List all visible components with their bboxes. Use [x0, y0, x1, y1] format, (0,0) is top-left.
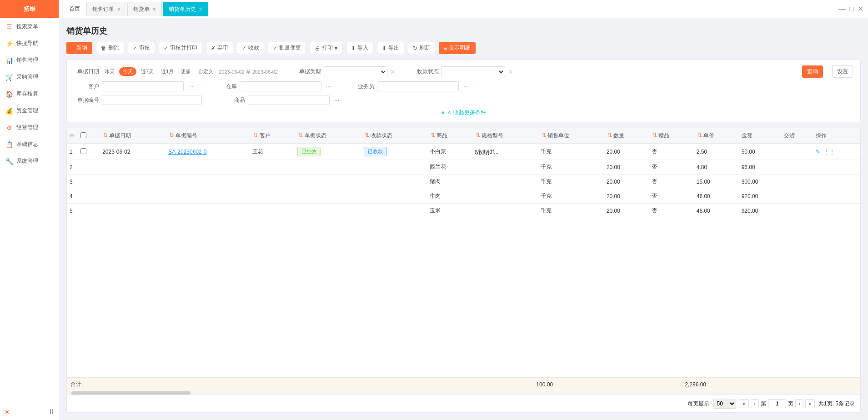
audit-print-button[interactable]: ✓ 审核并打印 [159, 42, 202, 54]
row3-amount: 300.00 [739, 175, 782, 189]
tab-sales-order[interactable]: 销售订单 ✕ [86, 2, 126, 16]
tab-sales-history[interactable]: 销货单历史 ✕ [163, 2, 208, 16]
refresh-button[interactable]: ↻ 刷新 [408, 42, 435, 54]
audit-button[interactable]: ✓ 审核 [128, 42, 155, 54]
row1-unit: 千克 [538, 144, 604, 160]
data-table-wrapper: ⚙ ⇅ 单据日期 ⇅ 单据编号 ⇅ 客户 ⇅ 单据状态 ⇅ 收款状态 ⇅ 商品 … [66, 128, 861, 413]
col-settings[interactable]: ⚙ [67, 128, 78, 144]
first-page-button[interactable]: « [740, 399, 749, 408]
delete-button[interactable]: 🗑 删除 [96, 42, 124, 54]
close-sales-order-tab[interactable]: ✕ [117, 7, 120, 12]
row2-qty: 20.00 [604, 160, 649, 175]
prev-page-button[interactable]: ‹ [751, 399, 759, 408]
customer-ellipsis[interactable]: ··· [188, 83, 194, 90]
col-unit-price[interactable]: ⇅ 单价 [694, 128, 739, 144]
main-area: 首页 销售订单 ✕ 销货单 ✕ 销货单历史 ✕ — □ ✕ 销货单历史 + 新增 [59, 0, 868, 420]
row1-qty: 20.00 [604, 144, 649, 160]
next-page-button[interactable]: › [795, 399, 803, 408]
payment-status-clear-icon[interactable]: ✕ [508, 68, 513, 75]
col-spec[interactable]: ⇅ 规格型号 [472, 128, 538, 144]
payment-status-label: 收款状态 [414, 68, 439, 75]
warehouse-input[interactable] [240, 81, 321, 91]
sidebar-item-sales-mgmt[interactable]: 📊 销售管理 [0, 52, 59, 69]
row1-edit-icon[interactable]: ✎ [816, 149, 820, 155]
sidebar-item-ops-mgmt[interactable]: ⚙ 经营管理 [0, 119, 59, 136]
sidebar-item-purchase-mgmt[interactable]: 🛒 采购管理 [0, 69, 59, 85]
sidebar-item-basic-info[interactable]: 📋 基础信息 [0, 136, 59, 153]
salesperson-ellipsis[interactable]: ··· [463, 83, 469, 90]
tab-home[interactable]: 首页 [64, 2, 85, 16]
collect-button[interactable]: ✓ 收款 [237, 42, 264, 54]
add-button[interactable]: + 新增 [66, 42, 92, 54]
warehouse-ellipsis[interactable]: ··· [326, 83, 331, 90]
sidebar-item-label: 快捷导航 [16, 40, 38, 47]
minimize-icon[interactable]: — [838, 5, 846, 13]
row1-more-icon[interactable]: ⋮⋮ [824, 149, 835, 155]
page-number-input[interactable] [768, 399, 786, 408]
customer-input[interactable] [102, 81, 184, 91]
goods-label: 商品 [220, 96, 245, 104]
row1-checkbox[interactable] [78, 144, 100, 160]
abandon-button[interactable]: ✗ 弃审 [206, 42, 233, 54]
page-word: 第 [761, 400, 766, 408]
last-page-button[interactable]: » [805, 399, 815, 408]
col-doc-date[interactable]: ⇅ 单据日期 [100, 128, 166, 144]
date-btn-more[interactable]: 更多 [178, 67, 194, 76]
goods-input[interactable] [248, 95, 330, 105]
show-detail-button[interactable]: ≡ 显示明细 [439, 42, 476, 54]
batch-change-icon: ✓ [273, 45, 277, 51]
sidebar-bottom-icon1[interactable]: ☀ [4, 408, 10, 416]
tab-sales-goods[interactable]: 销货单 ✕ [127, 2, 162, 16]
maximize-icon[interactable]: □ [849, 5, 854, 13]
sidebar-item-label: 经营管理 [16, 124, 38, 131]
col-gift[interactable]: ⇅ 赠品 [649, 128, 694, 144]
goods-ellipsis[interactable]: ··· [334, 96, 340, 104]
date-btn-today[interactable]: 今天 [119, 67, 136, 76]
date-btn-custom[interactable]: 自定义 [196, 67, 216, 76]
salesperson-input[interactable] [377, 81, 459, 91]
date-btn-7days[interactable]: 近7天 [138, 67, 156, 76]
sidebar-item-search-menu[interactable]: ☰ 搜索菜单 [0, 18, 59, 35]
col-unit[interactable]: ⇅ 销售单位 [538, 128, 604, 144]
scrollbar-thumb[interactable] [71, 391, 191, 395]
print-button[interactable]: 🖨 打印 ▾ [310, 42, 342, 54]
export-button[interactable]: ⬇ 导出 [377, 42, 404, 54]
filter-payment-status: 收款状态 ✕ [414, 66, 513, 77]
quick-nav-icon: ⚡ [5, 40, 13, 47]
sidebar-item-inventory[interactable]: 🏠 库存核算 [0, 85, 59, 102]
page-size-select[interactable]: 50 100 200 [713, 399, 736, 409]
funds-mgmt-icon: 💰 [5, 107, 13, 115]
col-customer[interactable]: ⇅ 客户 [250, 128, 295, 144]
doc-no-input[interactable] [102, 95, 202, 105]
close-sales-history-tab[interactable]: ✕ [199, 7, 202, 12]
basic-info-icon: 📋 [5, 141, 13, 148]
date-btn-1month[interactable]: 近1月 [158, 67, 176, 76]
horizontal-scrollbar[interactable] [67, 391, 860, 395]
payment-status-select[interactable] [442, 66, 505, 77]
sidebar: 拓维 ☰ 搜索菜单 ⚡ 快捷导航 📊 销售管理 🛒 采购管理 🏠 库存核算 💰 … [0, 0, 59, 420]
col-goods[interactable]: ⇅ 商品 [427, 128, 472, 144]
collapse-filter-button[interactable]: ∧ ∧ 收起更多条件 [74, 109, 853, 116]
sidebar-item-funds-mgmt[interactable]: 💰 资金管理 [0, 102, 59, 119]
doc-type-select[interactable] [324, 66, 387, 77]
close-sales-goods-tab[interactable]: ✕ [152, 7, 156, 12]
doc-type-clear-icon[interactable]: ✕ [390, 68, 396, 75]
col-qty[interactable]: ⇅ 数量 [604, 128, 649, 144]
print-icon: 🖨 [315, 45, 320, 51]
col-payment-status[interactable]: ⇅ 收款状态 [361, 128, 427, 144]
sidebar-item-quick-nav[interactable]: ⚡ 快捷导航 [0, 35, 59, 52]
col-doc-status[interactable]: ⇅ 单据状态 [295, 128, 361, 144]
tab-home-label: 首页 [69, 5, 80, 13]
row3-unit: 千克 [538, 175, 604, 189]
row1-doc-no[interactable]: SA-20230602-0 [166, 144, 250, 160]
import-button[interactable]: ⬆ 导入 [346, 42, 373, 54]
close-window-icon[interactable]: ✕ [858, 5, 863, 13]
sidebar-item-sys-mgmt[interactable]: 🔧 系统管理 [0, 153, 59, 170]
select-all-checkbox[interactable] [80, 132, 86, 138]
col-doc-no[interactable]: ⇅ 单据编号 [166, 128, 250, 144]
date-btn-yesterday[interactable]: 昨天 [102, 67, 117, 76]
sidebar-bottom-icon2[interactable]: ⏸ [48, 408, 55, 416]
query-button[interactable]: 查询 [802, 65, 823, 78]
batch-change-button[interactable]: ✓ 批量变更 [268, 42, 306, 54]
settings-button[interactable]: 设置 [832, 65, 853, 78]
